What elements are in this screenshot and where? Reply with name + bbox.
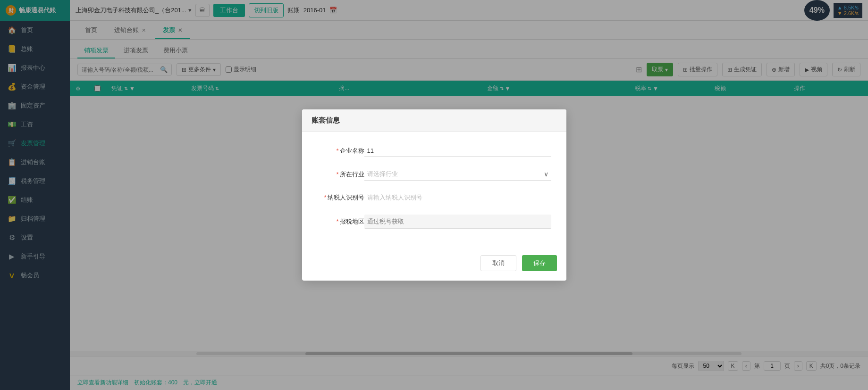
company-label: *企业名称: [317, 147, 364, 155]
modal-header: 账套信息: [302, 109, 566, 132]
taxid-label: *纳税人识别号: [317, 193, 364, 202]
industry-label: *所在行业: [317, 170, 364, 179]
taxid-input[interactable]: [364, 192, 551, 203]
taxregion-label: *报税地区: [317, 217, 364, 226]
modal-dialog: 账套信息 *企业名称 *所在行业 请选择行业 ∨: [302, 109, 566, 281]
industry-dropdown-icon: ∨: [544, 170, 548, 178]
form-row-taxregion: *报税地区: [317, 215, 551, 229]
modal-body: *企业名称 *所在行业 请选择行业 ∨ *纳税人识别号: [302, 132, 566, 249]
form-row-company: *企业名称: [317, 145, 551, 157]
form-row-taxid: *纳税人识别号: [317, 192, 551, 203]
form-row-industry: *所在行业 请选择行业 ∨: [317, 168, 551, 181]
cancel-button[interactable]: 取消: [480, 255, 516, 271]
modal-overlay: 账套信息 *企业名称 *所在行业 请选择行业 ∨: [0, 0, 868, 390]
taxregion-input: [364, 215, 551, 229]
company-name-input[interactable]: [364, 145, 551, 157]
industry-select[interactable]: 请选择行业 ∨: [364, 168, 551, 181]
save-button[interactable]: 保存: [522, 255, 557, 271]
modal-footer: 取消 保存: [302, 249, 566, 281]
